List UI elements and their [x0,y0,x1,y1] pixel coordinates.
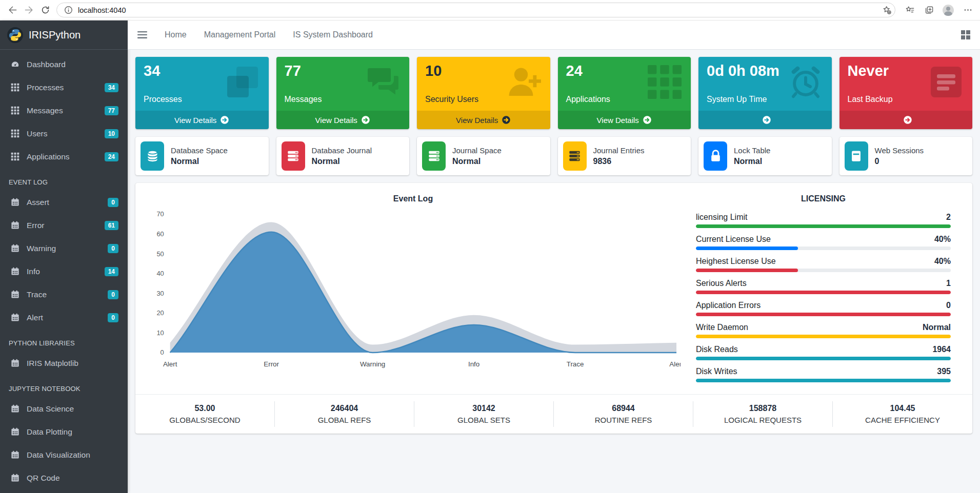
licensing-value: 40% [934,257,951,266]
url-text: localhost:4040 [78,6,877,14]
count-badge: 0 [108,244,118,253]
sidebar-item-trace[interactable]: Trace 0 [4,283,124,306]
info-box-value: Normal [452,157,502,166]
sidebar-item-label: Data Plotting [27,427,72,437]
view-details-link[interactable] [698,111,832,129]
y-axis-tick: 60 [156,230,164,238]
sidebar-item-messages[interactable]: Messages 77 [4,99,124,122]
info-box-title: Lock Table [734,146,770,155]
licensing-row: Current License Use40% [696,235,951,250]
python-logo-icon [7,27,23,43]
calendar-icon [8,359,22,367]
back-button[interactable] [7,5,17,15]
sidebar-item-warning[interactable]: Warning 0 [4,237,124,260]
stat-value: 24 [566,63,683,79]
info-box-journal-entries: Journal Entries 9836 [558,137,691,175]
view-details-link[interactable]: View Details [558,111,691,129]
sidebar-item-data-science[interactable]: Data Science [4,397,124,420]
brand[interactable]: IRISPython [0,20,128,50]
nav-link-home[interactable]: Home [165,30,187,39]
url-bar[interactable]: localhost:4040 [56,3,895,17]
progress-fill [696,335,951,338]
sidebar-item-iris-matplotlib[interactable]: IRIS Matplotlib [4,352,124,375]
sidebar-item-label: Data Visualization [27,450,90,460]
licensing-value: 40% [934,235,951,244]
licensing-row: Disk Reads1964 [696,345,951,360]
view-details-link[interactable] [839,111,973,129]
perf-stat: 246404 GLOBAL REFS [275,401,414,427]
stat-value: 10 [425,63,542,79]
sidebar-item-label: Warning [27,244,56,253]
chart-title: Event Log [146,194,681,203]
count-badge: 34 [105,83,118,92]
sidebar-item-users[interactable]: Users 10 [4,122,124,145]
collections-icon[interactable] [924,5,934,15]
page-info-icon[interactable] [63,5,73,15]
sidebar-item-applications[interactable]: Applications 24 [4,145,124,168]
stat-card-applications: 24 Applications View Details [558,57,691,129]
sidebar-item-error[interactable]: Error 61 [4,214,124,237]
sidebar-item-label: Processes [27,83,64,92]
licensing-row: licensing Limit2 [696,213,951,228]
nav-link-is-system-dashboard[interactable]: IS System Dashboard [293,30,373,39]
stat-label: Security Users [425,95,542,104]
licensing-label: Application Errors [696,301,761,310]
sidebar-item-info[interactable]: Info 14 [4,260,124,283]
licensing-value: 1 [946,279,951,288]
forward-button[interactable] [24,5,34,15]
profile-avatar[interactable] [943,5,954,16]
licensing-value: Normal [923,323,951,332]
server-stack-icon [563,141,587,171]
progress-track [696,246,951,250]
progress-track [696,313,951,316]
sidebar-item-label: Assert [27,198,49,207]
top-navbar: Home Management Portal IS System Dashboa… [128,20,980,50]
count-badge: 14 [105,267,118,276]
menu-toggle-icon[interactable] [137,31,147,39]
server-stack-icon [422,141,446,171]
reload-button[interactable] [40,5,50,15]
progress-fill [696,246,798,250]
licensing-label: Current License Use [696,235,771,244]
sidebar-item-processes[interactable]: Processes 34 [4,76,124,99]
browser-toolbar: localhost:4040 [0,0,980,20]
licensing-row: Application Errors0 [696,301,951,316]
sidebar-item-data-plotting[interactable]: Data Plotting [4,420,124,443]
nav-link-management-portal[interactable]: Management Portal [204,30,276,39]
count-badge: 77 [105,106,118,115]
apps-grid-icon[interactable] [961,30,970,39]
performance-stats-row: 53.00 GLOBALS/SECOND 246404 GLOBAL REFS … [135,394,972,434]
more-menu-icon[interactable] [963,5,973,15]
sidebar-item-alert[interactable]: Alert 0 [4,306,124,329]
sidebar-item-label: Messages [27,106,63,115]
perf-stat: 68944 ROUTINE REFS [554,401,693,427]
progress-fill [696,357,951,360]
licensing-value: 0 [946,301,951,310]
database-icon [141,141,164,171]
licensing-value: 2 [946,213,951,222]
licensing-title: LICENSING [696,194,951,203]
view-details-link[interactable]: View Details [417,111,550,129]
view-details-link[interactable]: View Details [276,111,410,129]
progress-track [696,224,951,228]
sidebar-item-dashboard[interactable]: Dashboard [4,53,124,76]
licensing-value: 1964 [932,345,951,354]
info-box-journal-space: Journal Space Normal [417,137,550,175]
sidebar-item-data-visualization[interactable]: Data Visualization [4,443,124,466]
sidebar-item-label: QR Code [27,474,60,483]
perf-stat: 104.45 CACHE EFFICIENCY [833,401,972,427]
add-favorite-icon[interactable] [882,5,892,15]
info-box-value: 9836 [593,157,645,166]
favorites-bar-icon[interactable] [905,5,915,15]
calendar-icon [8,267,22,276]
progress-track [696,335,951,338]
view-details-link[interactable]: View Details [135,111,269,129]
stat-card-security-users: 10 Security Users View Details [417,57,550,129]
info-box-database-space: Database Space Normal [135,137,269,175]
gauge-icon [8,60,22,69]
sidebar-item-assert[interactable]: Assert 0 [4,191,124,214]
arrow-circle-right-icon [762,115,771,125]
sidebar-item-qr-code[interactable]: QR Code [4,466,124,489]
calendar-icon [8,427,22,436]
count-badge: 10 [105,129,118,138]
